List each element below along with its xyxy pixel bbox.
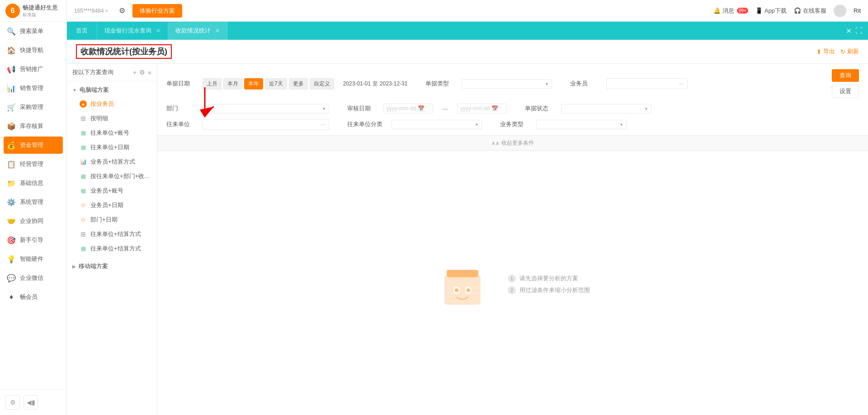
staff-select[interactable]: ··· xyxy=(606,78,688,89)
scheme-item-unit-account[interactable]: ▦ 往来单位+账号 xyxy=(67,126,157,140)
sidebar-item-wechat[interactable]: 💬 企业微信 xyxy=(0,269,66,288)
dept-select[interactable]: ▾ xyxy=(203,104,329,113)
app-download-button[interactable]: 📱 App下载 xyxy=(755,7,787,15)
basic-info-icon: 📁 xyxy=(7,179,15,187)
scheme-group-mobile: ▶ 移动端方案 xyxy=(67,258,157,275)
sidebar-item-system[interactable]: ⚙️ 系统管理 xyxy=(0,193,66,212)
tabbar-right: ✕ ⛶ xyxy=(840,22,868,40)
sidebar-item-member[interactable]: ♦ 畅会员 xyxy=(0,288,66,307)
collapse-more-conditions-button[interactable]: ∧∧ 收起更多条件 xyxy=(491,139,534,147)
tab-home[interactable]: 首页 xyxy=(67,22,97,40)
tab-maximize-button[interactable]: ⛶ xyxy=(855,27,863,35)
content-body: 按以下方案查询 + ⚙ « ▼ 电脑端方案 ● 按业务员 ⊞ xyxy=(67,64,868,415)
scheme-item-label: 部门+日期 xyxy=(90,216,118,224)
sidebar-item-label: 新手引导 xyxy=(20,236,43,244)
header-gear[interactable]: ⚙ xyxy=(119,6,125,15)
scheme-group-mobile-header[interactable]: ▶ 移动端方案 xyxy=(67,259,157,273)
sidebar-item-cooperation[interactable]: 🤝 企业协同 xyxy=(0,212,66,231)
online-service-button[interactable]: 🎧 在线客服 xyxy=(794,7,826,15)
scheme-header: 按以下方案查询 + ⚙ « xyxy=(67,64,157,81)
date-this-year-btn[interactable]: 本年 xyxy=(244,78,263,90)
sidebar-item-label: 销售管理 xyxy=(20,84,43,92)
sidebar-collapse-button[interactable]: ◀▮ xyxy=(24,395,38,410)
scheme-item-staff-account[interactable]: ▦ 业务员+账号 xyxy=(67,184,157,198)
finance-icon: 💰 xyxy=(7,141,15,149)
scheme-settings-button[interactable]: ⚙ xyxy=(139,69,145,76)
date-more-btn[interactable]: 更多 xyxy=(289,78,308,90)
business-type-select[interactable]: ▾ xyxy=(536,120,627,129)
scheme-item-unit-settlement1[interactable]: ⊞ 往来单位+结算方式 xyxy=(67,227,157,241)
export-button[interactable]: ⬆ 导出 xyxy=(816,47,835,56)
bill-status-select[interactable]: ▾ xyxy=(561,104,651,113)
partner-select[interactable]: ··· xyxy=(203,119,329,130)
sidebar-item-search[interactable]: 🔍 搜索菜单 xyxy=(0,22,66,41)
partner-category-select[interactable]: ▾ xyxy=(392,120,482,129)
review-date-end-input[interactable]: yyyy-mm-dd 📅 xyxy=(457,104,507,113)
sidebar-item-sales[interactable]: 📊 销售管理 xyxy=(0,79,66,98)
sidebar-item-hardware[interactable]: 💡 智能硬件 xyxy=(0,250,66,269)
date-dash-separator: — xyxy=(442,105,448,112)
filter-row-2: 部门 ▾ 审核日期 yyyy-mm-dd 📅 — yyyy-mm-dd 📅 xyxy=(166,104,859,113)
member-icon: ♦ xyxy=(7,293,15,301)
notification-button[interactable]: 🔔 消息 99+ xyxy=(713,7,748,15)
scheme-item-label: 按业务员 xyxy=(90,100,114,108)
hardware-icon: 💡 xyxy=(7,255,15,263)
scheme-item-unit-settlement2[interactable]: ▦ 往来单位+结算方式 xyxy=(67,241,157,256)
sidebar-item-finance[interactable]: 💰 资金管理 xyxy=(4,137,63,154)
scheme-item-staff-date[interactable]: ⊙ 业务员+日期 xyxy=(67,198,157,212)
partner-more-icon: ··· xyxy=(321,121,325,127)
business-type-label: 业务类型 xyxy=(500,120,527,128)
pc-group-label: 电脑端方案 xyxy=(80,86,109,94)
settings-button[interactable]: 设置 xyxy=(832,85,859,98)
tab-close-all-button[interactable]: ✕ xyxy=(846,27,852,35)
tab-bank-flow-close[interactable]: ✕ xyxy=(156,28,160,34)
bill-type-select[interactable]: ▾ xyxy=(462,79,552,89)
tab-bank-flow[interactable]: 现金银行流水查询 ✕ xyxy=(97,22,168,40)
sidebar-item-basic-info[interactable]: 📁 基础信息 xyxy=(0,174,66,193)
scheme-item-by-detail[interactable]: ⊞ 按明细 xyxy=(67,111,157,126)
sidebar-item-marketing[interactable]: 📢 营销推广 xyxy=(0,60,66,79)
date-custom-btn[interactable]: 自定义 xyxy=(310,78,334,90)
scheme-item-by-staff[interactable]: ● 按业务员 xyxy=(67,97,157,111)
sidebar-item-guide[interactable]: 🎯 新手引导 xyxy=(0,231,66,250)
sidebar-item-label: 企业微信 xyxy=(20,274,43,282)
scheme-item-dept-date[interactable]: ⊙ 部门+日期 xyxy=(67,212,157,227)
scheme-item-unit-date[interactable]: ▦ 往来单位+日期 xyxy=(67,140,157,155)
refresh-button[interactable]: ↻ 刷新 xyxy=(840,47,859,56)
sidebar-settings-button[interactable]: ⚙ xyxy=(5,395,20,410)
scheme-add-button[interactable]: + xyxy=(133,69,137,76)
scheme-item-unit-dept-collect[interactable]: ▦ 按往来单位+部门+收... xyxy=(67,169,157,184)
partner-label: 往来单位 xyxy=(166,120,193,128)
empty-illustration xyxy=(435,257,490,311)
user-avatar[interactable] xyxy=(834,5,846,17)
notification-badge: 99+ xyxy=(737,8,748,14)
date-last-month-btn[interactable]: 上月 xyxy=(203,78,222,90)
sales-icon: 📊 xyxy=(7,84,15,92)
scheme-group-pc-header[interactable]: ▼ 电脑端方案 xyxy=(67,83,157,97)
sidebar-item-purchase[interactable]: 🛒 采购管理 xyxy=(0,98,66,117)
sidebar-item-operation[interactable]: 📋 经营管理 xyxy=(0,155,66,174)
date-last-7-days-btn[interactable]: 近7天 xyxy=(265,78,287,90)
sidebar-item-inventory[interactable]: 📦 库存核算 xyxy=(0,117,66,136)
date-this-month-btn[interactable]: 本月 xyxy=(223,78,242,90)
unit-settlement2-icon: ▦ xyxy=(80,245,87,252)
sidebar-item-quick-nav[interactable]: 🏠 快捷导航 xyxy=(0,41,66,60)
tab-collection-stats-close[interactable]: ✕ xyxy=(215,28,220,34)
unit-account-icon: ▦ xyxy=(80,129,87,137)
trial-button[interactable]: 体验行业方案 xyxy=(132,4,182,18)
scheme-item-staff-settlement[interactable]: 📊 业务员+结算方式 xyxy=(67,155,157,169)
staff-account-icon: ▦ xyxy=(80,187,87,194)
page-header-actions: ⬆ 导出 ↻ 刷新 xyxy=(816,47,859,56)
tab-collection-stats-label: 收款情况统计 xyxy=(175,27,211,35)
staff-more-icon: ··· xyxy=(679,80,684,87)
empty-svg-illustration xyxy=(435,257,490,311)
query-button[interactable]: 查询 xyxy=(832,69,859,82)
scheme-item-label: 业务员+日期 xyxy=(90,201,123,209)
breadcrumb: 165****8484 ▾ xyxy=(74,8,108,14)
sidebar-item-label: 库存核算 xyxy=(20,122,43,130)
scheme-item-label: 按明细 xyxy=(90,114,108,123)
tab-collection-stats[interactable]: 收款情况统计 ✕ xyxy=(168,22,227,40)
review-date-start-input[interactable]: yyyy-mm-dd 📅 xyxy=(383,104,433,113)
step-1-number: 1 xyxy=(508,274,516,283)
scheme-collapse-button[interactable]: « xyxy=(148,69,151,76)
